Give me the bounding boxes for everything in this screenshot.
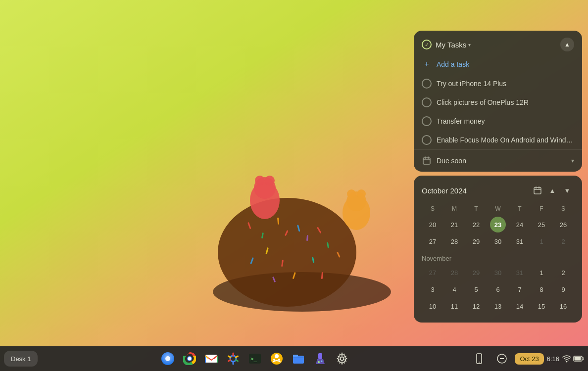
calendar-today-button[interactable] [531, 184, 544, 197]
november-week-2: 3 4 5 6 7 8 9 [422, 281, 574, 298]
tasks-widget-icon [422, 40, 432, 49]
cal-day-nov-10[interactable]: 10 [425, 298, 441, 314]
cal-day-oct-23-today[interactable]: 23 [490, 217, 506, 232]
svg-point-1 [218, 198, 356, 307]
day-header-fri: F [531, 203, 552, 214]
cal-day-nov-3[interactable]: 3 [425, 281, 441, 297]
tasks-widget: My Tasks ▾ ▲ + Add a task Try out iPhone… [414, 31, 582, 172]
cal-day-oct-25[interactable]: 25 [534, 217, 549, 232]
svg-point-49 [318, 361, 320, 363]
launcher-icon-button[interactable] [158, 349, 178, 369]
desk-button[interactable]: Desk 1 [4, 351, 38, 367]
svg-point-25 [357, 189, 366, 198]
cal-day-nov-7[interactable]: 7 [512, 281, 528, 297]
task-checkbox-4[interactable] [422, 135, 432, 145]
svg-rect-30 [534, 187, 541, 194]
do-not-disturb-icon-button[interactable] [492, 349, 512, 369]
cal-day-nov-2[interactable]: 2 [555, 265, 571, 280]
cal-day-nov-2-overflow[interactable]: 2 [555, 233, 571, 249]
files-icon-button[interactable] [289, 349, 308, 369]
svg-point-21 [265, 176, 275, 186]
svg-rect-47 [293, 355, 298, 357]
svg-point-43 [275, 354, 279, 358]
task-checkbox-3[interactable] [422, 116, 432, 126]
cal-day-nov-9[interactable]: 9 [555, 281, 571, 297]
terminal-icon-button[interactable]: >_ [245, 349, 265, 369]
task-item-4[interactable]: Enable Focus Mode On Android and Windows… [414, 131, 582, 149]
photos-icon-button[interactable] [223, 349, 243, 369]
cal-day-oct-31[interactable]: 31 [512, 233, 528, 249]
add-task-row[interactable]: + Add a task [414, 56, 582, 74]
date-text: Oct 23 [520, 355, 539, 363]
cal-day-oct-31-b[interactable]: 31 [512, 265, 528, 280]
cal-day-nov-16[interactable]: 16 [555, 298, 571, 314]
task-checkbox-2[interactable] [422, 97, 432, 107]
november-label: November [422, 250, 574, 264]
cal-day-nov-5[interactable]: 5 [468, 281, 484, 297]
calendar-next-button[interactable]: ▼ [560, 184, 574, 197]
cal-day-oct-27[interactable]: 27 [425, 233, 441, 249]
due-soon-text: Due soon [437, 157, 466, 165]
cal-day-nov-13[interactable]: 13 [490, 298, 506, 314]
gmail-icon-button[interactable] [201, 349, 221, 369]
calendar-prev-button[interactable]: ▲ [545, 184, 559, 197]
settings-icon-button[interactable] [332, 349, 352, 369]
tasks-header: My Tasks ▾ ▲ [414, 31, 582, 56]
svg-rect-46 [293, 356, 304, 364]
cal-day-nov-14[interactable]: 14 [512, 298, 528, 314]
cal-day-nov-12[interactable]: 12 [468, 298, 484, 314]
wifi-icon [562, 354, 571, 363]
cal-day-oct-30[interactable]: 30 [490, 233, 506, 249]
test-icon-button[interactable] [310, 349, 330, 369]
november-week-3: 10 11 12 13 14 15 16 [422, 298, 574, 315]
svg-point-50 [321, 361, 323, 362]
due-soon-row[interactable]: Due soon ▾ [414, 149, 582, 172]
cal-day-oct-20[interactable]: 20 [425, 217, 441, 232]
task-item-1[interactable]: Try out iPhone 14 Plus [414, 74, 582, 93]
cal-day-oct-21[interactable]: 21 [446, 217, 462, 232]
tasks-dropdown-arrow: ▾ [468, 42, 471, 47]
calendar-widget: October 2024 ▲ ▼ S M T [414, 176, 582, 323]
cal-day-nov-4[interactable]: 4 [446, 281, 462, 297]
tasks-collapse-button[interactable]: ▲ [560, 38, 574, 51]
task-text-2: Click pictures of OnePlus 12R [437, 98, 574, 106]
status-icons [562, 354, 584, 363]
day-header-sat: S [552, 203, 574, 214]
cal-day-oct-27-b[interactable]: 27 [425, 265, 441, 280]
cal-day-oct-28-b[interactable]: 28 [446, 265, 462, 280]
svg-text:>_: >_ [250, 356, 257, 362]
crostini-icon-button[interactable] [267, 349, 287, 369]
cal-day-oct-22[interactable]: 22 [468, 217, 484, 232]
cal-day-oct-29[interactable]: 29 [468, 233, 484, 249]
chrome-icon-button[interactable] [180, 349, 199, 369]
task-text-4: Enable Focus Mode On Android and Windows… [437, 136, 574, 144]
chevron-up-icon: ▲ [564, 41, 570, 48]
add-task-label: Add a task [437, 60, 469, 68]
day-header-tue: T [465, 203, 487, 214]
due-soon-expand-icon: ▾ [571, 157, 574, 164]
tasks-title[interactable]: My Tasks ▾ [436, 41, 471, 49]
october-week-1: 20 21 22 23 24 25 26 [422, 216, 574, 233]
task-item-3[interactable]: Transfer money [414, 112, 582, 131]
cal-day-nov-11[interactable]: 11 [446, 298, 462, 314]
cal-day-nov-1-overflow[interactable]: 1 [534, 233, 549, 249]
cal-day-oct-28[interactable]: 28 [446, 233, 462, 249]
task-checkbox-1[interactable] [422, 79, 432, 89]
cal-day-nov-8[interactable]: 8 [534, 281, 549, 297]
tasks-header-left: My Tasks ▾ [422, 40, 471, 49]
cal-day-oct-24[interactable]: 24 [512, 217, 528, 232]
cal-day-oct-30-b[interactable]: 30 [490, 265, 506, 280]
task-item-2[interactable]: Click pictures of OnePlus 12R [414, 93, 582, 112]
svg-point-53 [479, 362, 480, 363]
taskbar-right: Oct 23 6:16 [469, 349, 584, 369]
phone-icon-button[interactable] [469, 349, 489, 369]
cal-day-nov-1[interactable]: 1 [534, 265, 549, 280]
calendar-day-headers: S M T W T F S [422, 203, 574, 214]
november-week-1: 27 28 29 30 31 1 2 [422, 264, 574, 281]
svg-rect-38 [205, 355, 217, 363]
cal-day-nov-15[interactable]: 15 [534, 298, 549, 314]
cal-day-oct-26[interactable]: 26 [555, 217, 571, 232]
cal-day-oct-29-b[interactable]: 29 [468, 265, 484, 280]
date-badge[interactable]: Oct 23 [515, 353, 543, 365]
cal-day-nov-6[interactable]: 6 [490, 281, 506, 297]
